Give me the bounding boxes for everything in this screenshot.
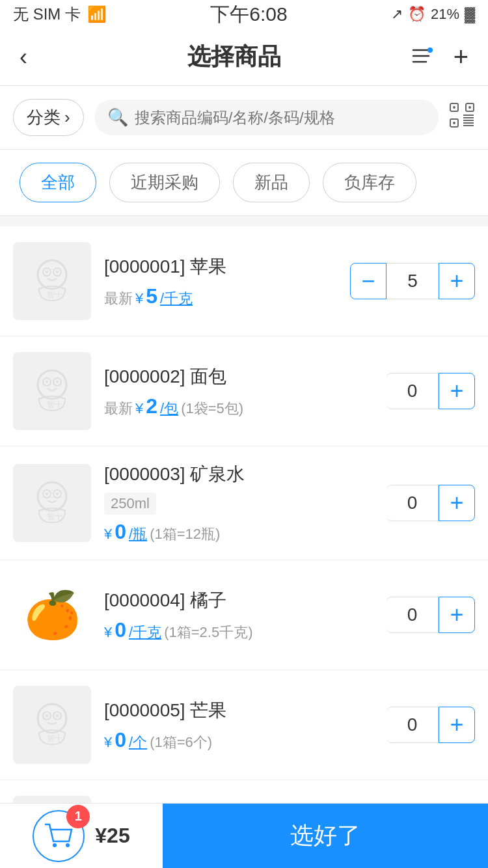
svg-point-25 (56, 381, 59, 383)
product-name: [0000001] 苹果 (104, 254, 337, 279)
quantity-controls: + (386, 597, 475, 633)
price-unit: /包 (160, 399, 178, 418)
tab-new[interactable]: 新品 (233, 163, 310, 202)
increase-button[interactable]: + (439, 263, 475, 299)
cart-total: ¥25 (95, 824, 129, 848)
svg-point-21 (38, 370, 66, 399)
bottom-bar: 1 ¥25 选好了 (0, 803, 488, 868)
product-item: 智十 [0000003] 矿泉水 250ml ¥ 0 /瓶 (1箱=12瓶) + (0, 446, 488, 560)
svg-point-24 (46, 381, 48, 383)
status-right: ↗ ⏰ 21% ▓ (391, 6, 475, 23)
status-bar: 无 SIM 卡 📶 下午6:08 ↗ ⏰ 21% ▓ (0, 0, 488, 29)
search-input-wrap: 🔍 (94, 100, 439, 135)
price-value: 5 (146, 284, 157, 308)
product-item: 智十 [0000002] 面包 最新 ¥ 2 /包 (1袋=5包) + (0, 336, 488, 446)
page-title: 选择商品 (187, 41, 281, 73)
nav-bar: ‹ 选择商品 + (0, 29, 488, 86)
product-price: 最新 ¥ 5 /千克 (104, 284, 337, 308)
product-price: ¥ 0 /个 (1箱=6个) (104, 728, 373, 752)
svg-point-31 (56, 493, 59, 495)
add-icon[interactable]: + (454, 42, 468, 72)
category-arrow-icon: › (64, 107, 70, 128)
svg-point-33 (38, 704, 66, 733)
battery-text: 21% (431, 6, 459, 23)
svg-point-18 (46, 271, 48, 273)
product-name: [0000003] 矿泉水 (104, 462, 373, 487)
price-value: 0 (115, 618, 126, 642)
product-info: [0000001] 苹果 最新 ¥ 5 /千克 (104, 254, 337, 308)
increase-button[interactable]: + (439, 707, 475, 743)
quantity-controls: + (386, 707, 475, 743)
category-button[interactable]: 分类 › (13, 99, 84, 136)
svg-point-3 (427, 47, 433, 53)
product-name: [0000005] 芒果 (104, 698, 373, 723)
svg-point-48 (53, 843, 57, 847)
quantity-controls: − + (350, 263, 475, 299)
product-thumbnail: 🍊 (13, 576, 91, 654)
back-button[interactable]: ‹ (20, 44, 59, 71)
price-symbol: ¥ (135, 400, 143, 417)
increase-button[interactable]: + (439, 373, 475, 409)
tab-all[interactable]: 全部 (20, 163, 96, 202)
quantity-input[interactable] (386, 597, 439, 633)
svg-text:智十: 智十 (47, 734, 62, 743)
search-bar: 分类 › 🔍 (0, 86, 488, 150)
search-input[interactable] (135, 109, 426, 127)
quantity-input[interactable] (386, 373, 439, 409)
increase-button[interactable]: + (439, 597, 475, 633)
price-unit: /千克 (129, 623, 161, 642)
product-thumbnail: 智十 (13, 352, 91, 430)
svg-point-49 (66, 843, 70, 847)
wifi-icon: 📶 (87, 5, 107, 23)
quantity-controls: + (386, 485, 475, 521)
quantity-input[interactable] (386, 485, 439, 521)
svg-point-30 (46, 493, 48, 495)
product-info: [0000003] 矿泉水 250ml ¥ 0 /瓶 (1箱=12瓶) (104, 462, 373, 544)
carrier-text: 无 SIM 卡 (13, 4, 81, 25)
price-unit: /千克 (160, 289, 193, 308)
divider (0, 216, 488, 226)
filter-icon[interactable] (411, 42, 434, 72)
nav-actions: + (411, 42, 468, 72)
price-extra: (1袋=5包) (181, 399, 243, 418)
svg-text:智十: 智十 (47, 400, 62, 409)
product-name: [0000004] 橘子 (104, 588, 373, 613)
tab-recent[interactable]: 近期采购 (109, 163, 220, 202)
confirm-button[interactable]: 选好了 (163, 804, 488, 868)
quantity-input[interactable] (386, 263, 439, 299)
price-symbol: ¥ (104, 734, 112, 751)
category-label: 分类 (27, 106, 61, 129)
cart-button[interactable]: 1 (33, 810, 85, 862)
price-extra: (1箱=12瓶) (150, 524, 220, 544)
product-image: 🍊 (24, 592, 81, 638)
search-icon: 🔍 (107, 107, 128, 128)
product-thumbnail: 智十 (13, 686, 91, 764)
price-symbol: ¥ (135, 290, 143, 307)
location-icon: ↗ (391, 6, 403, 23)
price-unit: /个 (129, 733, 147, 752)
product-item: 智十 [0000005] 芒果 ¥ 0 /个 (1箱=6个) + (0, 670, 488, 780)
battery-icon: ▓ (465, 6, 475, 23)
cart-badge: 1 (66, 805, 90, 828)
alarm-icon: ⏰ (408, 6, 426, 23)
quantity-controls: + (386, 373, 475, 409)
price-value: 2 (146, 394, 157, 418)
product-item: 🍊 [0000004] 橘子 ¥ 0 /千克 (1箱=2.5千克) + (0, 560, 488, 670)
quantity-input[interactable] (386, 707, 439, 743)
svg-point-19 (56, 271, 59, 273)
svg-point-15 (38, 260, 66, 289)
price-value: 0 (115, 520, 126, 544)
svg-point-36 (46, 714, 48, 717)
decrease-button[interactable]: − (350, 263, 386, 299)
increase-button[interactable]: + (439, 485, 475, 521)
product-thumbnail: 智十 (13, 242, 91, 320)
svg-text:智十: 智十 (47, 290, 62, 299)
product-info: [0000004] 橘子 ¥ 0 /千克 (1箱=2.5千克) (104, 588, 373, 642)
svg-text:智十: 智十 (47, 512, 62, 521)
price-extra: (1箱=2.5千克) (164, 623, 252, 642)
product-info: [0000002] 面包 最新 ¥ 2 /包 (1袋=5包) (104, 364, 373, 418)
svg-point-37 (56, 714, 59, 717)
scan-icon[interactable] (449, 102, 475, 133)
tab-negative[interactable]: 负库存 (323, 163, 416, 202)
price-extra: (1箱=6个) (150, 733, 212, 752)
